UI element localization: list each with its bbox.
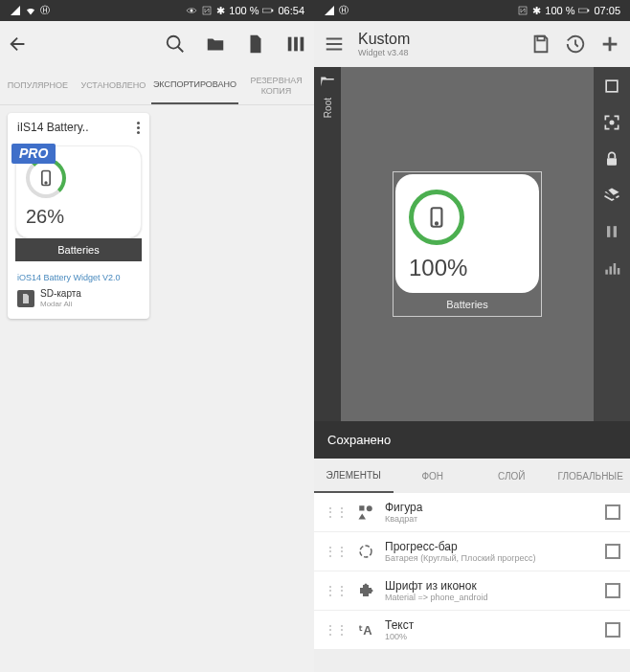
- app-version: Widget v3.48: [358, 48, 517, 57]
- svg-rect-16: [606, 80, 618, 92]
- percent-text: 26%: [26, 206, 131, 228]
- canvas-widget[interactable]: 100%: [395, 174, 539, 293]
- svg-rect-11: [579, 9, 588, 12]
- widget-label: Batteries: [15, 238, 142, 261]
- checkbox[interactable]: [605, 583, 620, 598]
- sd-icon: [17, 290, 34, 307]
- etab-global[interactable]: ГЛОБАЛЬНЫЕ: [551, 459, 631, 493]
- svg-rect-18: [607, 158, 617, 166]
- phone-icon: [424, 205, 449, 230]
- layer-row[interactable]: ⋮⋮ Прогресс-барБатарея (Круглый, Плоский…: [314, 532, 630, 571]
- svg-point-28: [365, 584, 368, 587]
- svg-rect-19: [607, 226, 610, 237]
- svg-rect-23: [614, 263, 617, 275]
- checkbox[interactable]: [605, 504, 620, 520]
- tabs: ПОПУЛЯРНОЕ УСТАНОВЛЕНО ЭКСПОРТИРОВАНО РЕ…: [0, 67, 314, 105]
- svg-rect-7: [301, 37, 304, 52]
- back-icon[interactable]: [8, 34, 29, 55]
- shapes-icon: [356, 504, 375, 521]
- square-icon[interactable]: [602, 77, 621, 96]
- text-icon: ᵗA: [356, 623, 375, 638]
- tab-exported[interactable]: ЭКСПОРТИРОВАНО: [151, 67, 238, 104]
- tab-popular[interactable]: ПОПУЛЯРНОЕ: [0, 67, 76, 104]
- drag-icon[interactable]: ⋮⋮: [324, 504, 347, 520]
- svg-point-0: [191, 10, 193, 12]
- add-icon[interactable]: [599, 34, 620, 55]
- battery-icon: [578, 5, 590, 16]
- editor-tabs: ЭЛЕМЕНТЫ ФОН СЛОЙ ГЛОБАЛЬНЫЕ: [314, 459, 630, 493]
- canvas-ring: [409, 190, 464, 245]
- svg-point-29: [371, 590, 373, 593]
- layer-row[interactable]: ⋮⋮ ᵗA Текст100%: [314, 611, 630, 650]
- footer-title: iOS14 Battery Widget V2.0: [17, 273, 140, 282]
- grid-icon[interactable]: [285, 34, 306, 55]
- app-name: Kustom: [358, 31, 517, 48]
- drag-icon[interactable]: ⋮⋮: [324, 583, 347, 598]
- puzzle-icon: [356, 582, 375, 599]
- folder-icon[interactable]: [205, 34, 226, 55]
- svg-point-26: [367, 505, 372, 511]
- editor-canvas[interactable]: 100% Batteries: [341, 67, 594, 421]
- widget-card[interactable]: iIS14 Battery.. PRO 26% Batteries iOS14 …: [8, 113, 149, 319]
- etab-bg[interactable]: ФОН: [394, 459, 473, 493]
- svg-rect-21: [605, 270, 608, 275]
- layers-off-icon[interactable]: [602, 186, 621, 205]
- drag-icon[interactable]: ⋮⋮: [324, 544, 347, 559]
- status-bar: Ⓗ ✱ 100 % 06:54: [0, 0, 314, 21]
- tab-installed[interactable]: УСТАНОВЛЕНО: [76, 67, 151, 104]
- file-icon[interactable]: [245, 34, 266, 55]
- nfc-icon: [201, 5, 213, 16]
- svg-rect-5: [288, 37, 292, 52]
- sidebar-left: Root: [314, 67, 341, 421]
- status-bar: Ⓗ ✱ 100 % 07:05: [314, 0, 630, 21]
- fullscreen-icon[interactable]: [602, 113, 621, 132]
- drag-icon[interactable]: ⋮⋮: [324, 622, 347, 638]
- battery-text: 100 %: [545, 5, 574, 16]
- nfc-icon: [517, 5, 529, 16]
- time-text: 06:54: [278, 5, 304, 16]
- top-toolbar: [0, 21, 314, 67]
- signal-icon: [324, 5, 335, 16]
- stats-icon[interactable]: [602, 258, 621, 278]
- signal-icon: [10, 5, 21, 16]
- root-label[interactable]: Root: [323, 98, 333, 118]
- layer-row[interactable]: ⋮⋮ ФигураКвадрат: [314, 493, 630, 532]
- lock-icon[interactable]: [602, 149, 621, 168]
- sidebar-right: [594, 67, 630, 421]
- svg-rect-3: [272, 10, 273, 11]
- battery-icon: [262, 5, 274, 16]
- svg-point-9: [45, 182, 47, 184]
- etab-elements[interactable]: ЭЛЕМЕНТЫ: [314, 459, 394, 493]
- progress-ring: [26, 158, 66, 198]
- tab-backup[interactable]: РЕЗЕРВНАЯ КОПИЯ: [238, 67, 314, 104]
- saved-message: Сохранено: [314, 421, 630, 459]
- canvas-label: Batteries: [395, 293, 539, 314]
- menu-icon[interactable]: [324, 34, 345, 55]
- checkbox[interactable]: [605, 544, 620, 559]
- search-icon[interactable]: [165, 34, 186, 55]
- folder-open-icon[interactable]: [319, 73, 336, 90]
- svg-rect-22: [610, 266, 613, 274]
- author-label: Modar Ali: [40, 300, 81, 309]
- history-icon[interactable]: [565, 34, 586, 55]
- more-icon[interactable]: [137, 122, 140, 134]
- editor-toolbar: Kustom Widget v3.48: [314, 21, 630, 67]
- card-title: iIS14 Battery..: [17, 121, 88, 134]
- svg-point-4: [168, 36, 180, 49]
- pause-icon[interactable]: [602, 222, 621, 241]
- phone-icon: [36, 168, 56, 188]
- svg-point-17: [610, 121, 613, 123]
- canvas-percent: 100%: [409, 255, 526, 281]
- sd-label: SD-карта: [40, 288, 81, 300]
- save-icon[interactable]: [530, 34, 551, 55]
- svg-rect-6: [294, 37, 298, 52]
- eye-icon: [186, 5, 197, 16]
- svg-rect-25: [359, 505, 364, 510]
- etab-layer[interactable]: СЛОЙ: [472, 459, 551, 493]
- wifi-icon: [25, 5, 36, 16]
- layer-row[interactable]: ⋮⋮ Шрифт из иконокMaterial => phone_andr…: [314, 571, 630, 611]
- checkbox[interactable]: [605, 622, 620, 638]
- svg-rect-24: [618, 268, 620, 275]
- progress-icon: [356, 543, 375, 560]
- pro-badge: PRO: [11, 144, 56, 164]
